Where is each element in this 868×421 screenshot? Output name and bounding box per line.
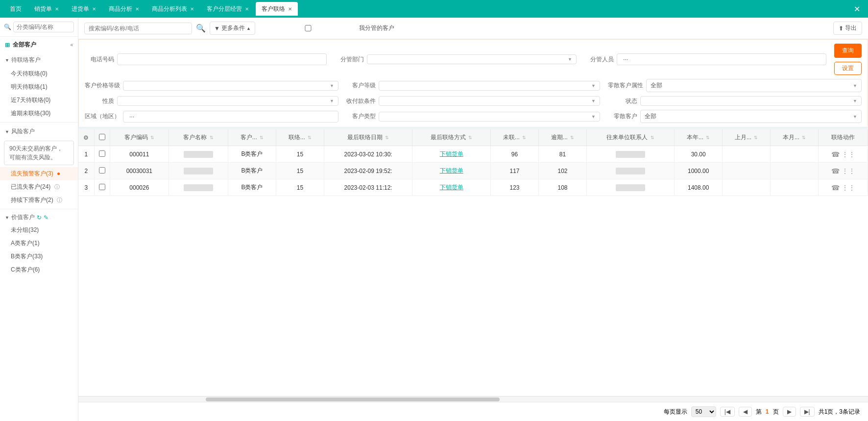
sidebar-item-unsorted[interactable]: 未分组(32) [0, 223, 78, 237]
name-sort-icon[interactable]: ⇅ [210, 135, 214, 140]
tab-purchase-close[interactable]: ✕ [92, 6, 96, 12]
search-button-icon[interactable]: 🔍 [196, 24, 206, 33]
contact-icon[interactable]: ☎ [831, 167, 840, 175]
contact-sort-icon[interactable]: ⇅ [308, 135, 312, 140]
cell-last-contact-method[interactable]: 下销货单 [412, 146, 491, 163]
sidebar-search-icon: 🔍 [4, 24, 11, 30]
code-sort-icon[interactable]: ⇅ [150, 135, 154, 140]
last-page-button[interactable]: ▶| [800, 407, 815, 417]
more-actions-icon[interactable]: ⋮⋮ [842, 150, 855, 158]
sidebar-item-class-b[interactable]: B类客户(33) [0, 250, 78, 263]
contact-method-link[interactable]: 下销货单 [440, 184, 463, 191]
sidebar-item-declining[interactable]: 持续下滑客户(2) ⓘ [0, 194, 78, 207]
query-button[interactable]: 查询 [834, 44, 862, 58]
status-select[interactable]: ▼ [640, 96, 862, 106]
cell-last-contact-method[interactable]: 下销货单 [412, 163, 491, 179]
this-month-sort-icon[interactable]: ⇅ [802, 135, 806, 140]
tab-product-analysis-list-close[interactable]: ✕ [190, 6, 194, 12]
cell-contact: 15 [276, 146, 324, 163]
value-edit-icon[interactable]: ✎ [44, 214, 48, 221]
sidebar-item-class-c[interactable]: C类客户(6) [0, 263, 78, 276]
division-person-more[interactable]: ··· [621, 56, 630, 63]
tab-home[interactable]: 首页 [4, 2, 27, 16]
tab-product-analysis[interactable]: 商品分析 ✕ [103, 2, 145, 16]
region-more[interactable]: ··· [127, 113, 136, 120]
last-contact-date-sort-icon[interactable]: ⇅ [385, 135, 389, 140]
tab-customer-contact-close[interactable]: ✕ [288, 6, 292, 12]
phone-input[interactable] [117, 53, 327, 65]
zero-retail-attr-label: 零散客户属性 [608, 81, 643, 90]
price-grade-select[interactable]: ▼ [123, 81, 338, 91]
sidebar-group-pending[interactable]: ▼ 待联络客户 [0, 53, 78, 67]
more-actions-icon[interactable]: ⋮⋮ [842, 184, 855, 192]
sidebar-collapse-icon[interactable]: « [70, 42, 73, 48]
row-checkbox[interactable] [99, 184, 105, 190]
last-month-sort-icon[interactable]: ⇅ [754, 135, 758, 140]
window-close-button[interactable]: ✕ [850, 4, 864, 14]
sidebar-group-value[interactable]: ▼ 价值客户 ↻ ✎ [0, 211, 78, 223]
my-customers-checkbox-label[interactable]: 我分管的客户 [259, 24, 394, 32]
more-actions-icon[interactable]: ⋮⋮ [842, 167, 855, 175]
contact-method-link[interactable]: 下销货单 [440, 167, 463, 174]
gender-select[interactable]: ▼ [117, 96, 338, 106]
payment-select[interactable]: ▼ [379, 96, 600, 106]
cell-code: 000011 [110, 146, 169, 163]
uncontacted-sort-icon[interactable]: ⇅ [522, 135, 526, 140]
horizontal-scrollbar[interactable] [78, 396, 868, 402]
row-checkbox[interactable] [99, 150, 105, 157]
cell-checkbox[interactable] [94, 146, 110, 163]
prev-page-button[interactable]: ◀ [739, 407, 752, 417]
cell-last-contact-method[interactable]: 下销货单 [412, 179, 491, 196]
tab-sales-close[interactable]: ✕ [55, 6, 59, 12]
sidebar-item-already-lost[interactable]: 已流失客户(24) ⓘ [0, 180, 78, 194]
division-dept-select[interactable]: ▼ [367, 54, 577, 64]
contact-icon[interactable]: ☎ [831, 184, 840, 192]
first-page-button[interactable]: |◀ [720, 407, 735, 417]
select-all-checkbox[interactable] [99, 134, 105, 140]
sidebar-item-overdue[interactable]: 逾期未联络(30) [0, 107, 78, 120]
tab-purchase[interactable]: 进货单 ✕ [66, 2, 102, 16]
contact-icon[interactable]: ☎ [831, 150, 840, 158]
tab-product-analysis-close[interactable]: ✕ [135, 6, 139, 12]
tab-customer-segment[interactable]: 客户分层经营 ✕ [201, 2, 255, 16]
settings-button[interactable]: 设置 [834, 62, 862, 75]
th-settings[interactable]: ⚙ [78, 129, 94, 146]
cell-checkbox[interactable] [94, 179, 110, 196]
sidebar-item-week[interactable]: 近7天待联络(0) [0, 94, 78, 107]
sidebar-item-today[interactable]: 今天待联络(0) [0, 67, 78, 80]
this-year-sort-icon[interactable]: ⇅ [706, 135, 710, 140]
per-page-label: 每页显示 [664, 408, 687, 416]
next-page-button[interactable]: ▶ [783, 407, 796, 417]
export-button[interactable]: ⬆ 导出 [833, 22, 862, 35]
sidebar-group-risk[interactable]: ▼ 风险客户 [0, 124, 78, 139]
tab-customer-contact[interactable]: 客户联络 ✕ [256, 2, 298, 16]
division-person-select[interactable]: ··· [617, 53, 826, 65]
my-customers-checkbox[interactable] [259, 25, 357, 31]
customer-type-select[interactable]: ▼ [379, 112, 600, 122]
overdue-sort-icon[interactable]: ⇅ [570, 135, 574, 140]
region-select[interactable]: ··· [123, 111, 338, 123]
customer-grade-select[interactable]: ▼ [379, 81, 600, 91]
search-input[interactable] [84, 23, 192, 34]
tab-sales[interactable]: 销货单 ✕ [28, 2, 65, 16]
cell-checkbox[interactable] [94, 163, 110, 179]
sidebar-item-class-a[interactable]: A类客户(1) [0, 237, 78, 250]
tab-customer-segment-close[interactable]: ✕ [245, 6, 249, 12]
zero-retail-attr-select[interactable]: 全部 ▼ [646, 79, 862, 92]
sidebar-root-item[interactable]: ⊞ 全部客户 « [0, 37, 78, 53]
th-checkbox[interactable] [94, 129, 110, 146]
sidebar-item-tomorrow[interactable]: 明天待联络(1) [0, 80, 78, 94]
sidebar-search-input[interactable] [13, 22, 74, 32]
tab-product-analysis-list[interactable]: 商品分析列表 ✕ [146, 2, 200, 16]
value-refresh-icon[interactable]: ↻ [37, 214, 42, 221]
customer-type-sort-icon[interactable]: ⇅ [260, 135, 264, 140]
zero-retail-select[interactable]: 全部 ▼ [640, 110, 862, 123]
row-checkbox[interactable] [99, 167, 105, 173]
per-page-select[interactable]: 50 100 200 [691, 406, 716, 417]
scrollbar-thumb[interactable] [206, 397, 500, 401]
last-contact-method-sort-icon[interactable]: ⇅ [468, 135, 472, 140]
more-conditions-button[interactable]: ▼ 更多条件 ▲ [210, 22, 255, 35]
contact-method-link[interactable]: 下销货单 [440, 150, 463, 157]
unit-contact-sort-icon[interactable]: ⇅ [651, 135, 654, 140]
sidebar-item-loss-warning[interactable]: 流失预警客户(3) ● [0, 167, 78, 180]
